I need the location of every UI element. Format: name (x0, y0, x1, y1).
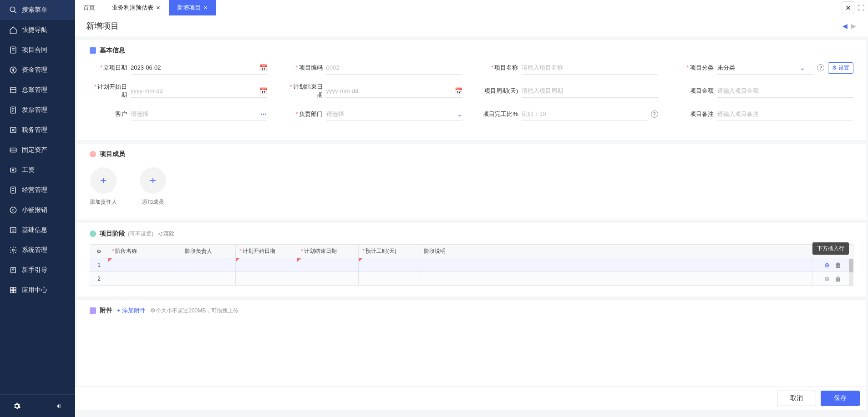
next-button[interactable]: ▶ (850, 21, 857, 30)
customer-select[interactable] (131, 111, 267, 117)
chevron-down-icon[interactable]: ⌄ (800, 64, 805, 71)
sidebar-item-label: 小畅报销 (22, 206, 47, 214)
progress-input[interactable] (522, 111, 648, 117)
close-icon[interactable]: ✕ (203, 5, 208, 11)
sidebar-item-funds[interactable]: 资金管理 (0, 60, 75, 80)
add-member-button[interactable]: + (140, 167, 166, 194)
settings-button[interactable]: ⚙设置 (828, 62, 853, 74)
contract-icon (9, 46, 17, 54)
sidebar-item-appcenter[interactable]: 应用中心 (0, 280, 75, 300)
sidebar-item-reimburse[interactable]: C小畅报销 (0, 200, 75, 220)
remark-input[interactable] (717, 111, 854, 117)
delete-row-button[interactable]: 🗑 (835, 275, 841, 282)
cell-hours[interactable] (359, 272, 420, 286)
section-title: 项目成员 (100, 150, 125, 158)
sidebar-item-label: 项目合同 (22, 46, 47, 54)
scrollbar[interactable] (849, 259, 853, 286)
add-member: + 添加成员 (140, 167, 166, 206)
cell-stage-owner[interactable] (181, 258, 236, 272)
cell-stage-name[interactable] (108, 258, 181, 272)
save-button[interactable]: 保存 (821, 391, 860, 406)
search-icon (9, 6, 17, 14)
sidebar-item-business[interactable]: 经营管理 (0, 180, 75, 200)
tab-profit-estimate[interactable]: 业务利润预估表✕ (104, 0, 169, 15)
sidebar-item-quicknav[interactable]: 快捷导航 (0, 20, 75, 40)
calendar-icon[interactable]: 📅 (259, 87, 267, 95)
section-header: 项目阶段 (可不设置) ◁清除 (90, 230, 853, 238)
dept-select[interactable] (326, 111, 463, 117)
reimburse-icon: C (9, 206, 17, 214)
page-header: 新增项目 ◀ ▶ (75, 15, 868, 36)
calendar-icon[interactable]: 📅 (259, 64, 267, 71)
field-label: 项目备注 (676, 110, 717, 118)
cell-plan-start[interactable] (236, 258, 297, 272)
plan-end-input[interactable] (326, 87, 463, 94)
delete-row-button[interactable]: 🗑 (835, 261, 841, 269)
sidebar-item-salary[interactable]: 工资 (0, 160, 75, 180)
fullscreen-icon[interactable]: ⛶ (858, 4, 864, 11)
sidebar-item-system[interactable]: 系统管理 (0, 240, 75, 260)
duration-input[interactable] (522, 87, 658, 94)
create-date-input[interactable] (131, 64, 267, 71)
add-owner-button[interactable]: + (90, 167, 117, 194)
collapse-icon[interactable] (54, 402, 62, 410)
table-row[interactable]: 2 ⊕ 🗑 (90, 272, 853, 286)
section-title: 附件 (100, 306, 112, 315)
amount-input[interactable] (717, 87, 854, 94)
sidebar-item-info[interactable]: 基础信息 (0, 220, 75, 240)
sidebar-item-ledger[interactable]: 总账管理 (0, 80, 75, 100)
field-label: *项目分类 (676, 64, 717, 72)
table-row[interactable]: 1 ⊕ 🗑 (90, 258, 853, 272)
help-icon[interactable]: ? (817, 64, 824, 71)
field-create-date: *立项日期 📅 (90, 61, 267, 75)
table-gear-header[interactable]: ⚙ (90, 245, 108, 258)
calendar-icon[interactable]: 📅 (455, 87, 462, 95)
scrollbar-thumb[interactable] (849, 259, 853, 272)
svg-rect-28 (10, 287, 13, 290)
help-icon[interactable]: ? (651, 111, 658, 118)
sidebar-item-label: 发票管理 (22, 106, 47, 114)
clear-button[interactable]: ◁清除 (158, 230, 174, 238)
plan-start-input[interactable] (131, 87, 267, 94)
svg-point-27 (13, 269, 14, 270)
insert-row-button[interactable]: ⊕ (824, 275, 830, 282)
sidebar-item-contract[interactable]: 项目合同 (0, 40, 75, 60)
eraser-icon: ◁ (158, 231, 162, 237)
cell-desc[interactable] (420, 272, 812, 286)
more-icon[interactable]: ⋯ (260, 111, 267, 118)
name-input[interactable] (522, 64, 658, 71)
close-icon[interactable]: ✕ (156, 5, 160, 11)
cell-stage-owner[interactable] (181, 272, 236, 286)
cell-plan-end[interactable] (297, 272, 359, 286)
cancel-button[interactable]: 取消 (777, 391, 816, 406)
footer: 取消 保存 (75, 386, 866, 410)
sidebar-item-tax[interactable]: 税务管理 (0, 120, 75, 140)
tab-new-project[interactable]: 新增项目✕ (169, 0, 216, 15)
sidebar-item-guide[interactable]: 新手引导 (0, 260, 75, 280)
insert-row-button[interactable]: ⊕ (824, 261, 830, 269)
gear-icon[interactable] (13, 402, 21, 410)
cell-stage-name[interactable] (108, 272, 181, 286)
svg-rect-31 (14, 291, 16, 293)
sidebar-item-label: 基础信息 (22, 226, 47, 234)
field-label: 客户 (90, 110, 131, 118)
sidebar-item-label: 经营管理 (22, 186, 47, 194)
sidebar-item-asset[interactable]: 固定资产 (0, 140, 75, 160)
section-title: 基本信息 (100, 46, 125, 55)
sidebar-item-search[interactable]: 搜索菜单 (0, 0, 75, 20)
tab-home[interactable]: 首页 (75, 0, 104, 15)
sidebar-item-label: 新手引导 (22, 266, 47, 274)
th-plan-start: 计划开始日期 (236, 245, 297, 258)
sidebar-item-invoice[interactable]: 发票管理 (0, 100, 75, 120)
modal-close-button[interactable]: ✕ (842, 1, 854, 14)
cell-plan-start[interactable] (236, 272, 297, 286)
add-attachment-button[interactable]: + 添加附件 (117, 306, 146, 315)
chevron-down-icon[interactable]: ⌄ (457, 111, 462, 118)
code-input[interactable] (326, 64, 463, 71)
cell-desc[interactable] (420, 258, 812, 272)
field-customer: 客户 ⋯ (90, 107, 267, 121)
cell-hours[interactable] (359, 258, 420, 272)
prev-button[interactable]: ◀ (842, 21, 848, 30)
cell-plan-end[interactable] (297, 258, 359, 272)
svg-point-0 (10, 7, 15, 12)
